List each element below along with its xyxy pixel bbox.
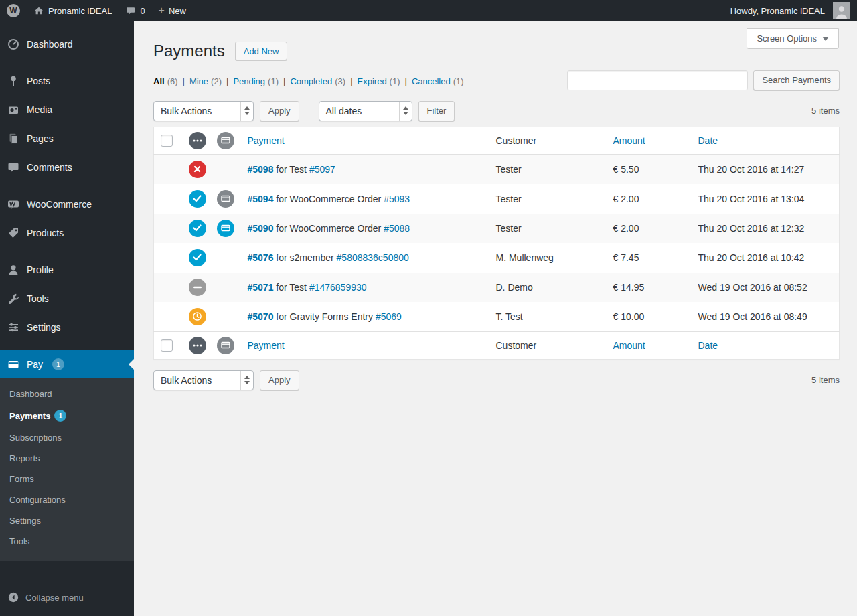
reference-link[interactable]: #5808836c50800 <box>337 252 409 263</box>
sidebar-subitem-tools[interactable]: Tools <box>0 531 134 552</box>
sidebar-item-media[interactable]: Media <box>0 95 134 124</box>
subscription-column-icon[interactable] <box>217 337 234 354</box>
subscription-column-icon[interactable] <box>217 132 234 149</box>
sidebar-item-label: WooCommerce <box>27 199 92 210</box>
sidebar-item-profile[interactable]: Profile <box>0 255 134 284</box>
media-icon <box>7 103 20 117</box>
sidebar-item-pages[interactable]: Pages <box>0 124 134 153</box>
amount-cell: € 2.00 <box>613 214 698 243</box>
sidebar-subitem-dashboard[interactable]: Dashboard <box>0 384 134 404</box>
filter-cancelled[interactable]: Cancelled(1) <box>400 76 464 86</box>
payment-row: #5076 for s2member #5808836c50800 M. Mul… <box>154 243 840 273</box>
admin-bar: W Pronamic iDEAL 0 + New Howdy, Pronamic… <box>0 0 857 21</box>
reference-link[interactable]: #5093 <box>384 194 410 204</box>
select-all-checkbox[interactable] <box>161 135 173 147</box>
sidebar-subitem-forms[interactable]: Forms <box>0 469 134 489</box>
sort-payment-column[interactable]: Payment <box>248 340 285 351</box>
date-filter-value: All dates <box>326 106 362 117</box>
reference-link[interactable]: #5097 <box>309 164 335 175</box>
admin-bar-comments[interactable]: 0 <box>119 0 151 21</box>
sort-date-column[interactable]: Date <box>698 135 718 146</box>
new-content-button[interactable]: + New <box>152 0 193 21</box>
sort-amount-column[interactable]: Amount <box>613 135 645 146</box>
payments-count-badge: 1 <box>54 410 66 422</box>
sidebar-item-pay[interactable]: Pay 1 <box>0 350 134 378</box>
bulk-actions-value: Bulk Actions <box>161 106 212 117</box>
status-cancelled-icon <box>189 279 206 296</box>
payment-link[interactable]: #5076 <box>248 252 274 263</box>
sidebar-item-posts[interactable]: Posts <box>0 66 134 95</box>
sidebar-subitem-payments[interactable]: Payments1 <box>0 404 134 427</box>
apply-button[interactable]: Apply <box>260 101 299 121</box>
apply-button-bottom[interactable]: Apply <box>260 370 299 390</box>
sidebar-item-settings[interactable]: Settings <box>0 313 134 341</box>
subitem-label: Dashboard <box>9 389 52 399</box>
date-cell: Thu 20 Oct 2016 at 10:42 <box>698 243 840 273</box>
pages-icon <box>7 132 20 145</box>
account-menu[interactable]: Howdy, Pronamic iDEAL <box>724 0 857 21</box>
filter-pending[interactable]: Pending(1) <box>222 76 279 86</box>
reference-link[interactable]: #1476859930 <box>309 282 367 293</box>
sidebar-item-label: Settings <box>27 322 61 333</box>
customer-cell: M. Mullenweg <box>496 243 613 273</box>
sidebar-item-woocommerce[interactable]: WooCommerce <box>0 189 134 218</box>
filter-mine[interactable]: Mine(2) <box>178 76 222 86</box>
items-count: 5 items <box>811 375 840 385</box>
select-arrows-icon <box>399 102 412 121</box>
products-tag-icon <box>7 226 20 240</box>
select-arrows-icon <box>240 102 253 121</box>
sidebar-item-comments[interactable]: Comments <box>0 153 134 181</box>
reference-link[interactable]: #5088 <box>384 223 410 234</box>
filter-completed[interactable]: Completed(3) <box>279 76 345 86</box>
sidebar-subitem-reports[interactable]: Reports <box>0 448 134 469</box>
payment-link[interactable]: #5094 <box>248 194 274 204</box>
subscription-icon <box>217 190 234 208</box>
search-payments-button[interactable]: Search Payments <box>753 70 840 90</box>
filter-all[interactable]: All(6) <box>153 76 178 86</box>
sidebar-item-dashboard[interactable]: Dashboard <box>0 29 134 58</box>
sidebar-subitem-configurations[interactable]: Configurations <box>0 489 134 510</box>
date-filter-select[interactable]: All dates <box>319 101 412 121</box>
admin-sidebar: Dashboard Posts Media Pages Comments Woo… <box>0 21 134 616</box>
status-column-icon[interactable] <box>189 337 206 354</box>
filter-count: (6) <box>167 76 178 86</box>
add-new-button[interactable]: Add New <box>235 42 288 60</box>
payment-link[interactable]: #5070 <box>248 311 274 322</box>
collapse-menu-button[interactable]: Collapse menu <box>0 584 134 611</box>
sidebar-item-label: Pages <box>27 133 54 144</box>
subitem-label: Subscriptions <box>9 433 62 443</box>
payment-link[interactable]: #5071 <box>248 282 274 293</box>
subitem-label: Settings <box>9 516 41 526</box>
status-completed-icon <box>189 190 206 208</box>
reference-link[interactable]: #5069 <box>376 311 402 322</box>
sidebar-subitem-subscriptions[interactable]: Subscriptions <box>0 427 134 448</box>
payment-link[interactable]: #5098 <box>248 164 274 175</box>
sort-payment-column[interactable]: Payment <box>248 135 285 146</box>
filter-button[interactable]: Filter <box>418 101 455 121</box>
dashboard-icon <box>7 37 20 51</box>
amount-cell: € 14.95 <box>613 273 698 302</box>
wp-logo-menu[interactable]: W <box>0 0 27 21</box>
sort-amount-column[interactable]: Amount <box>613 340 645 351</box>
subitem-label: Configurations <box>9 495 66 505</box>
sidebar-subitem-settings[interactable]: Settings <box>0 510 134 531</box>
bulk-actions-select-bottom[interactable]: Bulk Actions <box>153 370 254 390</box>
filter-count: (1) <box>268 76 279 86</box>
date-cell: Thu 20 Oct 2016 at 13:04 <box>698 184 840 214</box>
payment-link[interactable]: #5090 <box>248 223 274 234</box>
select-all-checkbox[interactable] <box>161 339 173 352</box>
sidebar-item-products[interactable]: Products <box>0 218 134 247</box>
sidebar-item-label: Comments <box>27 162 72 173</box>
date-cell: Wed 19 Oct 2016 at 08:52 <box>698 273 840 302</box>
status-column-icon[interactable] <box>189 132 206 149</box>
sidebar-item-label: Products <box>27 228 64 238</box>
bulk-actions-select[interactable]: Bulk Actions <box>153 101 254 121</box>
status-pending-icon <box>189 308 206 325</box>
search-input[interactable] <box>567 70 748 90</box>
wordpress-logo-icon: W <box>7 4 20 17</box>
sidebar-item-tools[interactable]: Tools <box>0 284 134 313</box>
screen-options-button[interactable]: Screen Options <box>747 28 839 49</box>
site-name-link[interactable]: Pronamic iDEAL <box>27 0 119 21</box>
sort-date-column[interactable]: Date <box>698 340 718 351</box>
filter-expired[interactable]: Expired(1) <box>345 76 400 86</box>
